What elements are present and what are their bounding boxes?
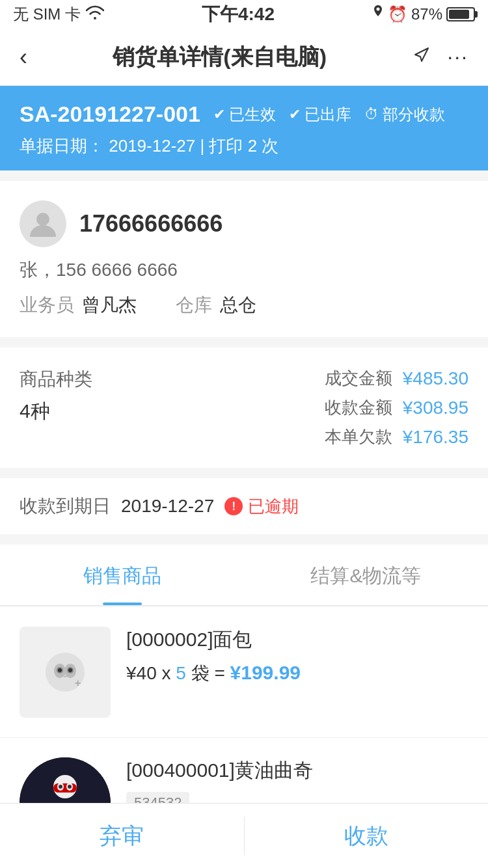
received-label: 收款金额: [325, 396, 392, 419]
owed-value: ¥176.35: [403, 427, 468, 448]
amount-value: ¥485.30: [403, 368, 468, 389]
overdue-badge: ! 已逾期: [224, 495, 299, 518]
warehouse-label: 仓库: [176, 293, 212, 318]
alarm-icon: ⏰: [388, 5, 407, 23]
status-left: 无 SIM 卡: [13, 4, 104, 25]
warehouse-value: 总仓: [220, 293, 256, 318]
carrier-text: 无 SIM 卡: [13, 4, 81, 25]
product-info-bread: [0000002]面包 ¥40 x 5 袋 = ¥199.99: [126, 627, 468, 686]
battery-icon: [446, 7, 475, 21]
collect-button[interactable]: 收款: [245, 804, 489, 868]
customer-phone: 17666666666: [79, 210, 223, 237]
badge-effective: ✔ 已生效: [213, 104, 276, 125]
product-image-bread: +: [20, 627, 111, 718]
owed-label: 本单欠款: [325, 426, 392, 448]
more-button[interactable]: ···: [447, 45, 468, 69]
product-name-cookie: [000400001]黄油曲奇: [126, 757, 468, 784]
bottom-bar: 弃审 收款: [0, 803, 488, 868]
svg-point-0: [36, 213, 49, 226]
back-button[interactable]: ‹: [20, 44, 27, 71]
summary-amounts: 成交金额 ¥485.30 收款金额 ¥308.95 本单欠款 ¥176.35: [325, 367, 468, 448]
status-bar: 无 SIM 卡 下午4:42 ⏰ 87%: [0, 0, 488, 29]
due-label: 收款到期日: [20, 494, 111, 519]
cancel-button[interactable]: 弃审: [0, 804, 244, 868]
sales-label: 业务员: [20, 293, 74, 318]
svg-point-15: [68, 785, 72, 789]
customer-section: 17666666666 张，156 6666 6666 业务员 曾凡杰 仓库 总…: [0, 181, 488, 337]
overdue-icon: !: [224, 497, 243, 515]
tabs-section: 销售商品 结算&物流等: [0, 545, 488, 606]
status-time: 下午4:42: [202, 2, 275, 27]
category-label: 商品种类: [20, 367, 92, 392]
badge-shipped: ✔ 已出库: [289, 104, 351, 125]
nav-bar: ‹ 销货单详情(来自电脑) ···: [0, 29, 488, 86]
product-price-bread: ¥40 x 5 袋 = ¥199.99: [126, 661, 468, 686]
customer-avatar: [20, 200, 66, 247]
tab-settlement[interactable]: 结算&物流等: [244, 545, 488, 605]
order-id: SA-20191227-001: [20, 102, 200, 127]
tab-products[interactable]: 销售商品: [0, 545, 244, 605]
customer-meta: 业务员 曾凡杰 仓库 总仓: [20, 293, 468, 318]
product-name-bread: [0000002]面包: [126, 627, 468, 653]
badge-partial: ⏱ 部分收款: [364, 104, 445, 125]
amount-label: 成交金额: [325, 367, 392, 390]
due-date-value: 2019-12-27: [121, 496, 214, 517]
customer-name-phone: 张，156 6666 6666: [20, 258, 468, 282]
nav-actions: ···: [412, 45, 468, 70]
overdue-text: 已逾期: [248, 495, 299, 518]
page-title: 销货单详情(来自电脑): [113, 42, 327, 72]
share-button[interactable]: [412, 45, 431, 70]
order-date-info: 单据日期： 2019-12-27 | 打印 2 次: [20, 135, 468, 157]
svg-point-14: [59, 785, 62, 789]
header-banner: SA-20191227-001 ✔ 已生效 ✔ 已出库 ⏱ 部分收款 单据日期：…: [0, 86, 488, 170]
summary-section: 商品种类 4种 成交金额 ¥485.30 收款金额 ¥308.95 本单欠款 ¥…: [0, 347, 488, 468]
svg-point-6: [58, 668, 62, 672]
svg-rect-11: [53, 783, 77, 793]
svg-text:+: +: [75, 677, 81, 688]
location-icon: [372, 5, 384, 23]
received-value: ¥308.95: [403, 398, 468, 418]
wifi-icon: [86, 5, 104, 23]
product-item: + [0000002]面包 ¥40 x 5 袋 = ¥199.99: [0, 607, 488, 738]
category-value: 4种: [20, 398, 92, 425]
svg-point-7: [68, 668, 72, 672]
battery-percent: 87%: [411, 5, 442, 23]
due-section: 收款到期日 2019-12-27 ! 已逾期: [0, 478, 488, 534]
sales-value: 曾凡杰: [82, 293, 137, 318]
status-right: ⏰ 87%: [372, 5, 475, 23]
